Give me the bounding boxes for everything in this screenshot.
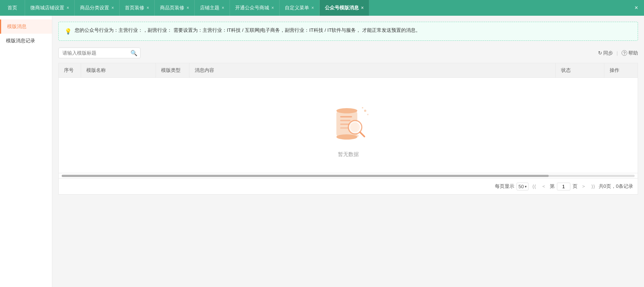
sidebar-item-template-record[interactable]: 模版消息记录 <box>0 34 52 48</box>
search-input[interactable] <box>58 48 141 58</box>
data-table: 序号 模版名称 模版类型 消息内容 状态 操作 <box>58 63 638 173</box>
nav-tab-theme[interactable]: 店铺主题 × <box>195 0 230 16</box>
content-area: 💡 您的公众号行业为：主营行业：，副营行业： 需要设置为：主营行业：IT科技 /… <box>52 16 644 287</box>
close-tab-wshop[interactable]: × <box>67 5 69 10</box>
nav-tab-home[interactable]: 首页 <box>0 0 25 16</box>
nav-tab-custommenu[interactable]: 自定义菜单 × <box>280 0 320 16</box>
scrollbar-row <box>58 173 638 178</box>
page-size-select[interactable]: 50 ▾ <box>517 183 528 190</box>
empty-icon <box>326 100 371 145</box>
scrollbar-track[interactable] <box>62 175 635 177</box>
notice-text: 您的公众号行业为：主营行业：，副营行业： 需要设置为：主营行业：IT科技 / 互… <box>75 27 420 34</box>
nav-tab-templatemsg[interactable]: 公众号模版消息 × <box>320 0 369 16</box>
first-page-button[interactable]: ⟨⟨ <box>531 183 537 190</box>
svg-rect-7 <box>340 127 348 129</box>
page-number-input[interactable] <box>557 183 570 190</box>
sync-icon: ↻ <box>598 50 602 56</box>
pagination: 每页显示 50 ▾ ⟨⟨ ＜ 第 页 ＞ ⟩⟩ 共0页，0条记录 <box>58 178 638 195</box>
main-layout: 模版消息 模版消息记录 💡 您的公众号行业为：主营行业：，副营行业： 需要设置为… <box>0 16 644 287</box>
search-bar: 🔍 ↻ 同步 | ? 帮助 <box>58 48 638 58</box>
svg-line-10 <box>360 132 364 137</box>
next-page-button[interactable]: ＞ <box>580 182 588 190</box>
help-icon: ? <box>622 50 627 56</box>
col-name: 模版名称 <box>81 63 156 78</box>
svg-point-2 <box>336 108 357 113</box>
notice-icon: 💡 <box>65 27 72 36</box>
close-tab-custommenu[interactable]: × <box>311 5 314 10</box>
nav-tab-category[interactable]: 商品分类设置 × <box>75 0 120 16</box>
close-tab-theme[interactable]: × <box>222 5 224 10</box>
svg-point-11 <box>364 110 366 112</box>
scrollbar-thumb <box>62 175 549 177</box>
search-input-wrap: 🔍 <box>58 48 141 58</box>
nav-tab-productpage[interactable]: 商品页装修 × <box>155 0 195 16</box>
svg-rect-4 <box>340 116 352 117</box>
toolbar-right: ↻ 同步 | ? 帮助 <box>598 50 638 57</box>
page-unit: 页 <box>573 183 577 190</box>
page-size-label: 每页显示 <box>495 183 514 190</box>
toolbar-divider: | <box>617 50 618 56</box>
total-info: 共0页，0条记录 <box>599 183 633 190</box>
sidebar-item-template-msg[interactable]: 模版消息 <box>0 19 52 34</box>
close-all-tabs[interactable]: × <box>629 0 644 16</box>
empty-state: 暂无数据 <box>59 78 638 173</box>
col-status: 状态 <box>556 63 604 78</box>
svg-point-9 <box>350 122 360 132</box>
close-tab-productpage[interactable]: × <box>187 5 189 10</box>
col-content: 消息内容 <box>189 63 556 78</box>
sync-button[interactable]: ↻ 同步 <box>598 50 613 57</box>
close-tab-mall[interactable]: × <box>271 5 274 10</box>
search-icon[interactable]: 🔍 <box>130 50 138 57</box>
svg-point-12 <box>367 114 369 115</box>
col-type: 模版类型 <box>156 63 189 78</box>
notice-box: 💡 您的公众号行业为：主营行业：，副营行业： 需要设置为：主营行业：IT科技 /… <box>58 22 638 41</box>
close-tab-homepage[interactable]: × <box>147 5 149 10</box>
col-seq: 序号 <box>59 63 81 78</box>
chevron-down-icon: ▾ <box>525 184 527 189</box>
top-navigation: 首页 微商城店铺设置 × 商品分类设置 × 首页装修 × 商品页装修 × 店铺主… <box>0 0 644 16</box>
svg-point-3 <box>336 134 357 140</box>
page-label: 第 <box>550 183 555 190</box>
help-button[interactable]: ? 帮助 <box>622 50 638 57</box>
nav-tab-homepage[interactable]: 首页装修 × <box>120 0 155 16</box>
last-page-button[interactable]: ⟩⟩ <box>590 183 597 190</box>
svg-point-13 <box>362 107 363 109</box>
empty-text: 暂无数据 <box>59 151 638 158</box>
col-action: 操作 <box>604 63 638 78</box>
close-tab-category[interactable]: × <box>111 5 114 10</box>
sidebar: 模版消息 模版消息记录 <box>0 16 52 287</box>
close-tab-templatemsg[interactable]: × <box>361 5 364 10</box>
nav-tab-wshop[interactable]: 微商城店铺设置 × <box>25 0 75 16</box>
svg-rect-5 <box>340 120 351 121</box>
nav-tab-mall[interactable]: 开通公众号商城 × <box>230 0 280 16</box>
prev-page-button[interactable]: ＜ <box>540 182 548 190</box>
